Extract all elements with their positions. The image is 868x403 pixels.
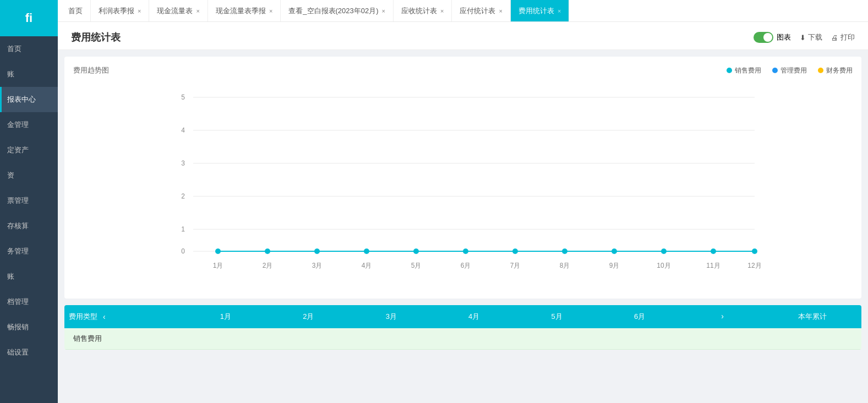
svg-point-23 bbox=[752, 249, 757, 254]
data-table: 费用类型 ‹ 1月 2月 3月 4月 5月 6月 › 本年累计 销售费用 bbox=[64, 305, 861, 350]
svg-text:3: 3 bbox=[181, 159, 185, 167]
page-header: 费用统计表 图表 ⬇ 下载 🖨 打印 bbox=[58, 22, 868, 50]
logo: fi bbox=[0, 0, 58, 36]
tab-close-cashflow[interactable]: × bbox=[196, 8, 199, 14]
chart-title: 费用趋势图 bbox=[73, 65, 109, 75]
print-icon: 🖨 bbox=[831, 34, 838, 42]
svg-point-13 bbox=[265, 249, 270, 254]
tab-close-expense-stats[interactable]: × bbox=[558, 8, 561, 14]
svg-text:8月: 8月 bbox=[560, 262, 570, 269]
download-icon: ⬇ bbox=[800, 34, 806, 42]
svg-point-18 bbox=[512, 249, 518, 254]
svg-text:1: 1 bbox=[181, 225, 185, 233]
svg-text:3月: 3月 bbox=[312, 262, 323, 269]
tab-cashflow[interactable]: 现金流量表 × bbox=[149, 0, 208, 21]
sidebar-item-assets[interactable]: 定资产 bbox=[0, 137, 58, 163]
th-month-6: 6月 bbox=[598, 305, 681, 328]
svg-point-22 bbox=[711, 249, 716, 254]
chart-legend: 销售费用 管理费用 财务费用 bbox=[727, 66, 853, 75]
chart-toggle-wrap: 图表 bbox=[754, 32, 791, 43]
tab-close-profit[interactable]: × bbox=[138, 8, 141, 14]
svg-point-20 bbox=[612, 249, 617, 254]
sidebar-item-reports[interactable]: 报表中心 bbox=[0, 87, 58, 112]
sidebar: fi 首页 账 报表中心 金管理 定资产 资 票管理 存核算 务管理 账 档管理… bbox=[0, 0, 58, 403]
td-m2 bbox=[270, 328, 353, 349]
tab-home[interactable]: 首页 bbox=[61, 0, 91, 21]
sidebar-item-finance[interactable]: 金管理 bbox=[0, 112, 58, 137]
tab-profit[interactable]: 利润表季报 × bbox=[91, 0, 149, 21]
svg-text:4: 4 bbox=[181, 126, 185, 134]
svg-text:9月: 9月 bbox=[609, 262, 620, 269]
tab-bar: 首页 利润表季报 × 现金流量表 × 现金流量表季报 × 查看_空白报表(202… bbox=[58, 0, 868, 22]
download-button[interactable]: ⬇ 下载 bbox=[800, 32, 822, 42]
content-area: 费用统计表 图表 ⬇ 下载 🖨 打印 费用趋势图 bbox=[58, 22, 868, 403]
svg-point-12 bbox=[215, 249, 221, 254]
chart-header: 费用趋势图 销售费用 管理费用 财务费用 bbox=[73, 65, 853, 75]
nav-next-arrow[interactable]: › bbox=[719, 312, 726, 321]
sidebar-item-settings[interactable]: 础设置 bbox=[0, 340, 58, 365]
nav-prev[interactable]: ‹ bbox=[101, 312, 108, 321]
table-header: 费用类型 ‹ 1月 2月 3月 4月 5月 6月 › 本年累计 bbox=[64, 305, 861, 328]
th-month-3: 3月 bbox=[350, 305, 433, 328]
tab-close-blank-report[interactable]: × bbox=[382, 8, 385, 14]
td-m4 bbox=[435, 328, 517, 349]
svg-text:10月: 10月 bbox=[657, 262, 670, 269]
chart-canvas: 5 4 3 2 1 0 bbox=[73, 81, 853, 290]
td-type: 销售费用 bbox=[64, 328, 188, 349]
sidebar-item-invoice[interactable]: 票管理 bbox=[0, 188, 58, 213]
th-nav-next[interactable]: › bbox=[681, 305, 763, 328]
legend-item-financial: 财务费用 bbox=[818, 66, 853, 75]
svg-text:2月: 2月 bbox=[263, 262, 273, 269]
svg-point-19 bbox=[562, 249, 567, 254]
svg-point-21 bbox=[661, 249, 667, 254]
th-year-total: 本年累计 bbox=[764, 305, 861, 328]
sidebar-item-inventory[interactable]: 存核算 bbox=[0, 213, 58, 239]
chart-toggle[interactable] bbox=[754, 32, 773, 43]
svg-text:12月: 12月 bbox=[747, 262, 761, 269]
legend-dot-sales bbox=[727, 68, 732, 73]
page-title: 费用统计表 bbox=[71, 31, 121, 44]
td-m5 bbox=[517, 328, 600, 349]
svg-text:6月: 6月 bbox=[461, 262, 471, 269]
sidebar-item-ledger[interactable]: 账 bbox=[0, 264, 58, 289]
tab-expense-stats[interactable]: 费用统计表 × bbox=[511, 0, 569, 21]
tab-close-cashflow-q[interactable]: × bbox=[269, 8, 272, 14]
svg-text:11月: 11月 bbox=[706, 262, 720, 269]
tab-receivable[interactable]: 应收统计表 × bbox=[394, 0, 452, 21]
legend-dot-financial bbox=[818, 68, 823, 73]
tab-payable[interactable]: 应付统计表 × bbox=[452, 0, 510, 21]
tab-blank-report[interactable]: 查看_空白报表(2023年02月) × bbox=[281, 0, 394, 21]
chart-section: 费用趋势图 销售费用 管理费用 财务费用 bbox=[64, 57, 861, 299]
td-year-total bbox=[765, 328, 861, 349]
svg-text:4月: 4月 bbox=[362, 262, 372, 269]
sidebar-item-tasks[interactable]: 务管理 bbox=[0, 239, 58, 264]
chart-toggle-label: 图表 bbox=[777, 32, 791, 42]
sidebar-item-capital[interactable]: 资 bbox=[0, 163, 58, 188]
sidebar-item-account[interactable]: 账 bbox=[0, 62, 58, 87]
svg-point-15 bbox=[364, 249, 369, 254]
th-type: 费用类型 ‹ bbox=[64, 305, 184, 328]
svg-text:2: 2 bbox=[181, 192, 185, 200]
tab-cashflow-q[interactable]: 现金流量表季报 × bbox=[208, 0, 281, 21]
legend-dot-admin bbox=[772, 68, 778, 73]
th-month-5: 5月 bbox=[515, 305, 598, 328]
legend-item-admin: 管理费用 bbox=[772, 66, 807, 75]
td-m3 bbox=[353, 328, 435, 349]
td-m6 bbox=[599, 328, 682, 349]
svg-text:1月: 1月 bbox=[213, 262, 223, 269]
th-month-4: 4月 bbox=[433, 305, 515, 328]
sidebar-item-expense[interactable]: 畅报销 bbox=[0, 314, 58, 340]
sidebar-item-home[interactable]: 首页 bbox=[0, 36, 58, 62]
tab-close-receivable[interactable]: × bbox=[440, 8, 444, 14]
sidebar-item-archive[interactable]: 档管理 bbox=[0, 289, 58, 314]
svg-point-14 bbox=[314, 249, 320, 254]
th-month-2: 2月 bbox=[267, 305, 350, 328]
print-button[interactable]: 🖨 打印 bbox=[831, 32, 855, 42]
th-month-1: 1月 bbox=[184, 305, 267, 328]
table-row: 销售费用 bbox=[64, 328, 861, 350]
svg-text:0: 0 bbox=[181, 247, 185, 255]
svg-text:7月: 7月 bbox=[510, 262, 521, 269]
svg-text:5: 5 bbox=[181, 93, 185, 101]
tab-close-payable[interactable]: × bbox=[499, 8, 502, 14]
svg-point-16 bbox=[413, 249, 419, 254]
